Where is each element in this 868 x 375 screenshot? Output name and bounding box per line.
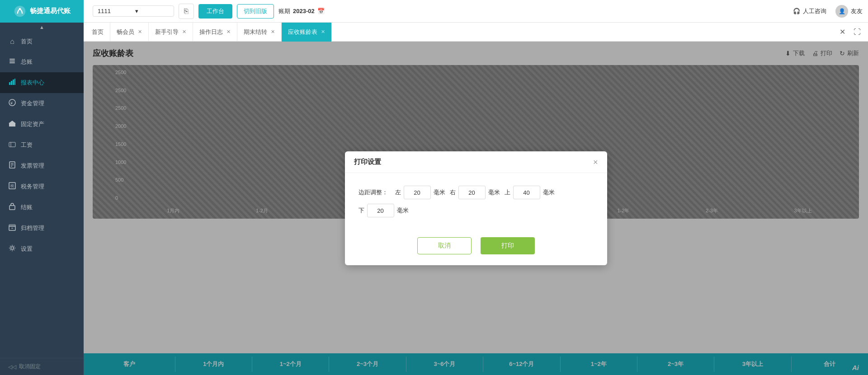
company-name: 1111	[98, 8, 132, 14]
tab-member-close[interactable]: ✕	[138, 29, 142, 35]
tab-guide[interactable]: 新手引导 ✕	[149, 23, 193, 42]
sidebar-item-funds[interactable]: ¥ 资金管理	[0, 93, 84, 114]
main-layout: ▲ ⌂ 首页 总账 报表中心 ¥ 资金管理 固定资产	[0, 23, 868, 375]
svg-rect-21	[9, 206, 15, 210]
archive-icon	[8, 224, 16, 233]
tab-guide-label: 新手引导	[155, 28, 179, 36]
tab-home[interactable]: 首页	[85, 23, 110, 42]
sidebar-item-home[interactable]: ⌂ 首页	[0, 32, 84, 52]
sidebar-item-payroll-label: 工资	[21, 141, 33, 149]
top-margin-input[interactable]	[513, 186, 540, 199]
top-unit: 毫米	[543, 188, 555, 197]
tab-guide-close[interactable]: ✕	[182, 29, 186, 35]
header: 畅捷通易代账 1111 ▾ ⎘ 工作台 切到旧版 账期 2023-02 📅 🎧 …	[0, 0, 868, 23]
sidebar-item-home-label: 首页	[21, 38, 33, 46]
user-icon: 👤	[839, 8, 845, 14]
svg-text:¥: ¥	[10, 101, 13, 105]
funds-icon: ¥	[8, 99, 16, 108]
tab-period-end-close[interactable]: ✕	[271, 29, 275, 35]
modal-footer: 取消 打印	[345, 230, 607, 265]
sidebar-item-invoice[interactable]: 发票管理	[0, 155, 84, 176]
sidebar-item-assets-label: 固定资产	[21, 120, 44, 128]
sidebar-item-tax[interactable]: 税 税务管理	[0, 176, 84, 197]
modal-title: 打印设置	[354, 158, 381, 166]
workbench-button[interactable]: 工作台	[198, 4, 232, 19]
tab-home-label: 首页	[92, 28, 104, 36]
tab-member[interactable]: 畅会员 ✕	[110, 23, 149, 42]
support-label: 人工咨询	[803, 7, 826, 15]
modal-close-button[interactable]: ×	[593, 158, 598, 166]
tab-ar-aging[interactable]: 应收账龄表 ✕	[282, 23, 332, 42]
confirm-print-button[interactable]: 打印	[481, 237, 535, 254]
calendar-icon[interactable]: 📅	[317, 8, 325, 14]
svg-rect-8	[14, 79, 15, 85]
bottom-margin-input[interactable]	[367, 204, 394, 217]
sidebar-collapse-label: 取消固定	[19, 363, 41, 370]
ledger-icon	[8, 57, 16, 66]
sidebar-item-tax-label: 税务管理	[21, 183, 44, 191]
content-area: 首页 畅会员 ✕ 新手引导 ✕ 操作日志 ✕ 期末结转 ✕ 应收账龄表 ✕	[84, 23, 868, 375]
sidebar-item-invoice-label: 发票管理	[21, 162, 44, 170]
modal-overlay: 打印设置 × 边距调整： 左 毫米 右	[84, 42, 868, 375]
tabs-right: ✕ ⛶	[838, 26, 866, 38]
cancel-button[interactable]: 取消	[417, 237, 472, 254]
maximize-tab-button[interactable]: ⛶	[852, 26, 863, 38]
company-selector[interactable]: 1111 ▾	[93, 5, 174, 17]
sidebar-item-reports-label: 报表中心	[21, 79, 44, 87]
margin-label: 边距调整：	[359, 188, 388, 197]
avatar: 👤	[835, 5, 848, 18]
sidebar-item-general-ledger[interactable]: 总账	[0, 52, 84, 72]
tab-member-label: 畅会员	[117, 28, 134, 36]
left-margin-group: 左 毫米	[395, 186, 445, 199]
modal-body: 边距调整： 左 毫米 右 毫米	[345, 173, 607, 230]
settings-icon	[8, 244, 16, 253]
sidebar-scroll-up[interactable]: ▲	[0, 23, 84, 32]
sidebar-item-close[interactable]: 结账	[0, 197, 84, 218]
sidebar-item-reports[interactable]: 报表中心	[0, 72, 84, 93]
copy-icon: ⎘	[184, 7, 189, 15]
period-label: 账期	[278, 7, 290, 15]
support-area[interactable]: 🎧 人工咨询	[793, 7, 826, 15]
print-settings-modal: 打印设置 × 边距调整： 左 毫米 右	[345, 151, 607, 265]
tab-ar-aging-label: 应收账龄表	[288, 28, 317, 36]
sidebar-item-archive[interactable]: 归档管理	[0, 218, 84, 239]
sidebar-item-settings[interactable]: 设置	[0, 239, 84, 259]
top-dir-label: 上	[505, 188, 510, 197]
reports-icon	[8, 78, 16, 87]
svg-rect-5	[9, 82, 10, 85]
tab-period-end[interactable]: 期末结转 ✕	[237, 23, 282, 42]
right-unit: 毫米	[488, 188, 500, 197]
left-margin-input[interactable]	[404, 186, 431, 199]
fixed-assets-icon	[8, 120, 16, 129]
period-value: 2023-02	[293, 8, 315, 14]
copy-button[interactable]: ⎘	[179, 4, 194, 19]
sidebar: ▲ ⌂ 首页 总账 报表中心 ¥ 资金管理 固定资产	[0, 23, 84, 375]
chevron-down-icon: ▾	[135, 8, 169, 14]
right-margin-group: 右 毫米	[450, 186, 500, 199]
switch-version-button[interactable]: 切到旧版	[237, 4, 274, 19]
sidebar-item-fixed-assets[interactable]: 固定资产	[0, 114, 84, 135]
right-margin-input[interactable]	[458, 186, 486, 199]
tab-log-close[interactable]: ✕	[226, 29, 231, 35]
sidebar-collapse-btn[interactable]: ◁◁ 取消固定	[0, 358, 84, 375]
invoice-icon	[8, 161, 16, 170]
tab-ar-aging-close[interactable]: ✕	[321, 29, 325, 35]
logo: 畅捷通易代账	[0, 0, 84, 23]
sidebar-item-payroll[interactable]: 工资	[0, 135, 84, 155]
user-area[interactable]: 👤 友友	[835, 5, 863, 18]
modal-header: 打印设置 ×	[345, 151, 607, 173]
top-margin-group: 上 毫米	[505, 186, 555, 199]
bottom-unit: 毫米	[397, 206, 409, 215]
svg-rect-7	[13, 80, 14, 85]
svg-text:税: 税	[10, 184, 14, 188]
headset-icon: 🎧	[793, 8, 800, 14]
pin-icon: ◁◁	[8, 364, 16, 370]
tab-log[interactable]: 操作日志 ✕	[193, 23, 237, 42]
svg-point-1	[19, 8, 20, 9]
sidebar-item-funds-label: 资金管理	[21, 99, 44, 108]
close-tab-button[interactable]: ✕	[838, 26, 847, 38]
svg-rect-6	[11, 81, 12, 85]
payroll-icon	[8, 141, 16, 150]
bottom-margin-group: 下 毫米	[359, 204, 409, 217]
right-dir-label: 右	[450, 188, 456, 197]
